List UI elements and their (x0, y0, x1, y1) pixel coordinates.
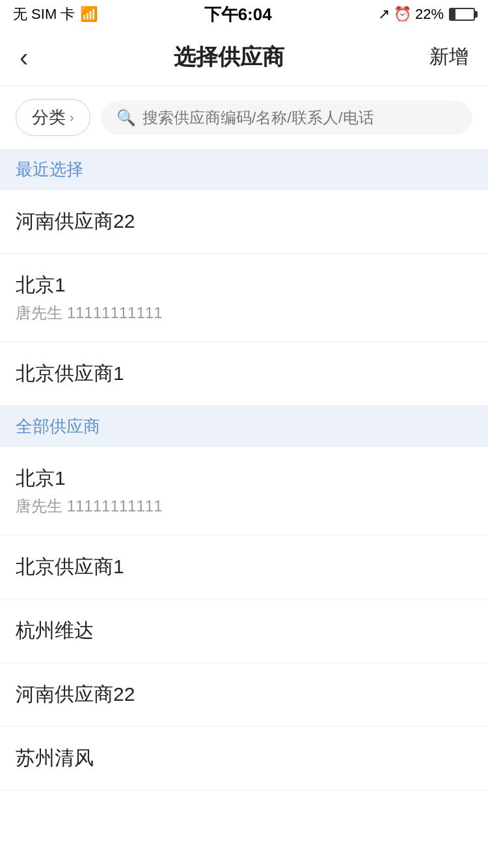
list-item[interactable]: 北京供应商1 (0, 342, 488, 406)
search-icon: 🔍 (116, 109, 136, 127)
wifi-icon: 📶 (80, 6, 98, 23)
page-title: 选择供应商 (174, 42, 284, 72)
item-sub: 唐先生 11111111111 (16, 496, 472, 517)
sim-label: 无 SIM 卡 (13, 5, 75, 24)
item-name: 北京供应商1 (16, 360, 472, 387)
all-section-header: 全部供应商 (0, 406, 488, 447)
item-name: 北京1 (16, 465, 472, 492)
battery-percentage: 22% (415, 6, 444, 23)
recent-section-header: 最近选择 (0, 149, 488, 190)
item-name: 河南供应商22 (16, 208, 472, 235)
recent-section-title: 最近选择 (16, 159, 83, 179)
search-input[interactable] (142, 109, 457, 127)
filter-row: 分类 › 🔍 (0, 86, 488, 149)
item-name: 河南供应商22 (16, 681, 472, 708)
list-item[interactable]: 河南供应商22 (0, 190, 488, 254)
battery-icon (449, 8, 475, 21)
list-item[interactable]: 杭州维达 (0, 599, 488, 663)
category-button[interactable]: 分类 › (16, 99, 90, 136)
item-name: 杭州维达 (16, 617, 472, 644)
list-item[interactable]: 苏州清风 (0, 727, 488, 791)
status-time: 下午6:04 (204, 3, 272, 26)
all-list: 北京1 唐先生 11111111111 北京供应商1 杭州维达 河南供应商22 … (0, 447, 488, 791)
list-item[interactable]: 北京供应商1 (0, 536, 488, 599)
search-box[interactable]: 🔍 (101, 101, 472, 135)
category-label: 分类 (32, 106, 66, 129)
alarm-icon: ⏰ (394, 6, 411, 23)
status-right: ↗ ⏰ 22% (378, 6, 475, 23)
list-item[interactable]: 北京1 唐先生 11111111111 (0, 254, 488, 342)
item-name: 北京供应商1 (16, 554, 472, 580)
all-section-title: 全部供应商 (16, 416, 100, 436)
status-bar: 无 SIM 卡 📶 下午6:04 ↗ ⏰ 22% (0, 0, 488, 29)
item-sub: 唐先生 11111111111 (16, 303, 472, 323)
location-icon: ↗ (378, 6, 390, 23)
status-left: 无 SIM 卡 📶 (13, 5, 98, 24)
back-button[interactable]: ‹ (20, 44, 28, 70)
item-name: 苏州清风 (16, 745, 472, 772)
nav-bar: ‹ 选择供应商 新增 (0, 29, 488, 86)
list-item[interactable]: 河南供应商22 (0, 663, 488, 727)
list-item[interactable]: 北京1 唐先生 11111111111 (0, 447, 488, 536)
chevron-right-icon: › (70, 110, 74, 125)
add-button[interactable]: 新增 (429, 44, 468, 70)
recent-list: 河南供应商22 北京1 唐先生 11111111111 北京供应商1 (0, 190, 488, 406)
item-name: 北京1 (16, 272, 472, 299)
